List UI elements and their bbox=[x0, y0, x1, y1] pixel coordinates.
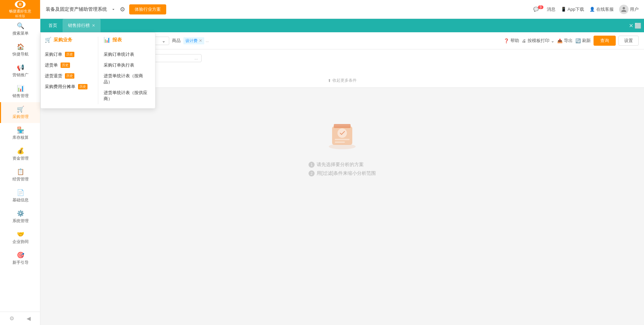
sidebar-item-nav[interactable]: 🏠 快捷导航 bbox=[0, 40, 40, 60]
service-icon: 👤 bbox=[589, 7, 595, 12]
purchase-order-exec-item[interactable]: 采购订单执行表 bbox=[104, 60, 151, 71]
operations-icon: 📋 bbox=[17, 168, 24, 175]
dropdown-divider bbox=[98, 37, 98, 104]
query-btn[interactable]: 查询 bbox=[594, 36, 616, 46]
finance-icon: 💰 bbox=[17, 147, 24, 155]
export-btn[interactable]: 📤 导出 bbox=[557, 36, 573, 46]
sidebar-item-collab[interactable]: 🤝 企业协同 bbox=[0, 227, 40, 248]
empty-tip: 1 请先选择要分析的方案 2 用[过滤]条件来缩小分析范围 bbox=[309, 162, 376, 176]
svg-rect-2 bbox=[334, 124, 351, 128]
topbar-right: 💬 9 消息 📱 App下载 👤 在线客服 用户 bbox=[533, 5, 639, 14]
goods-stats-by-supplier-item[interactable]: 进货单统计表（按供应商） bbox=[104, 87, 151, 104]
purchase-order-stats-item[interactable]: 采购订单统计表 bbox=[104, 49, 151, 60]
goods-tag-close[interactable]: ✕ bbox=[199, 38, 202, 43]
purchase-cost-item[interactable]: 采购费用分摊单 历史 bbox=[45, 81, 93, 92]
sidebar-item-operations[interactable]: 📋 经营管理 bbox=[0, 165, 40, 186]
sidebar-item-finance[interactable]: 💰 资金管理 bbox=[0, 144, 40, 165]
goods-return-item[interactable]: 进货退货 历史 bbox=[45, 71, 93, 81]
report-col-title: 📊 报表 bbox=[104, 37, 151, 45]
goods-more: ... bbox=[206, 38, 209, 43]
print-btn[interactable]: 🖨 按模板打印 ⌄ bbox=[522, 36, 554, 46]
sales-icon: 📊 bbox=[17, 85, 24, 92]
sidebar-item-sales[interactable]: 📊 销售管理 bbox=[0, 81, 40, 102]
close-window-btn[interactable]: ✕ bbox=[629, 23, 633, 29]
purchase-col: 🛒 采购业务 采购订单 历史 进货单 历史 进货退货 历史 采购费用分摊单 历史 bbox=[41, 37, 97, 104]
empty-icon bbox=[322, 115, 362, 155]
export-icon: 📤 bbox=[557, 38, 563, 43]
refresh-btn[interactable]: 🔄 刷新 bbox=[575, 36, 591, 46]
print-dropdown-icon: ⌄ bbox=[551, 38, 554, 43]
phone-icon: 📱 bbox=[561, 7, 566, 12]
industry-btn[interactable]: 体验行业方案 bbox=[129, 4, 166, 14]
report-col: 📊 报表 采购订单统计表 采购订单执行表 进货单统计表（按商品） 进货单统计表（… bbox=[100, 37, 155, 104]
topbar: 装备及固定资产辅助管理系统 ⚙ 体验行业方案 💬 9 消息 📱 App下载 👤 … bbox=[40, 0, 644, 19]
purchase-title-icon: 🛒 bbox=[45, 37, 51, 43]
history-badge-1: 历史 bbox=[65, 52, 74, 57]
sidebar-item-search[interactable]: 🔍 搜索菜单 bbox=[0, 19, 40, 40]
system-title: 装备及固定资产辅助管理系统 bbox=[46, 6, 107, 12]
goods-stats-by-goods-item[interactable]: 进货单统计表（按商品） bbox=[104, 71, 151, 87]
settings-footer-btn[interactable]: ⚙ bbox=[9, 315, 14, 322]
user-menu[interactable]: 用户 bbox=[619, 5, 639, 14]
help-btn[interactable]: ❓ 帮助 bbox=[504, 36, 519, 46]
guide-icon: 🎯 bbox=[17, 251, 24, 259]
collapse-btn[interactable]: ⬆ 收起更多条件 bbox=[328, 78, 357, 83]
svg-rect-4 bbox=[335, 139, 350, 140]
sidebar-item-marketing[interactable]: 📢 营销推广 bbox=[0, 60, 40, 81]
purchase-order-item[interactable]: 采购订单 历史 bbox=[45, 49, 93, 60]
logo-icon bbox=[15, 1, 26, 8]
goods-tag: 设计费 ✕ bbox=[183, 37, 204, 44]
avatar bbox=[619, 5, 629, 14]
sidebar: 畅捷通好生意 标准版 🔍 搜索菜单 🏠 快捷导航 📢 营销推广 📊 销售管理 🛒… bbox=[0, 0, 40, 325]
collapse-footer-btn[interactable]: ◀ bbox=[27, 315, 31, 322]
tab-sales-ranking[interactable]: 销售排行榜 ✕ bbox=[63, 19, 101, 32]
help-icon: ❓ bbox=[504, 38, 509, 43]
collapse-icon: ⬆ bbox=[328, 78, 331, 83]
app-download-btn[interactable]: 📱 App下载 bbox=[561, 6, 584, 12]
history-badge-2: 历史 bbox=[61, 63, 70, 68]
sidebar-item-system[interactable]: ⚙️ 系统管理 bbox=[0, 206, 40, 227]
search-icon: 🔍 bbox=[17, 22, 24, 30]
online-service-btn[interactable]: 👤 在线客服 bbox=[589, 6, 614, 12]
purchase-icon: 🛒 bbox=[17, 106, 24, 113]
history-badge-3: 历史 bbox=[65, 73, 74, 79]
settings-btn[interactable]: 设置 bbox=[618, 36, 639, 46]
marketing-icon: 📢 bbox=[17, 64, 24, 71]
goods-receipt-item[interactable]: 进货单 历史 bbox=[45, 60, 93, 71]
svg-rect-5 bbox=[335, 141, 345, 143]
empty-tip-1: 1 请先选择要分析的方案 bbox=[309, 162, 364, 168]
sidebar-item-purchase[interactable]: 🛒 采购管理 bbox=[0, 102, 40, 123]
collab-icon: 🤝 bbox=[17, 231, 24, 238]
purchase-col-title: 🛒 采购业务 bbox=[45, 37, 93, 45]
system-dropdown[interactable] bbox=[111, 7, 116, 12]
refresh-icon: 🔄 bbox=[575, 38, 581, 43]
inventory-icon: 🏪 bbox=[17, 126, 24, 134]
print-icon: 🖨 bbox=[522, 38, 526, 43]
goods-label: 商品 bbox=[172, 38, 181, 44]
tab-home[interactable]: 首页 bbox=[43, 19, 63, 32]
history-badge-4: 历史 bbox=[78, 84, 87, 89]
sidebar-footer: ⚙ ◀ bbox=[0, 312, 40, 325]
sidebar-item-guide[interactable]: 🎯 新手引导 bbox=[0, 248, 40, 269]
tab-close-icon[interactable]: ✕ bbox=[92, 23, 95, 28]
purchase-dropdown-menu: 🛒 采购业务 采购订单 历史 进货单 历史 进货退货 历史 采购费用分摊单 历史… bbox=[40, 32, 155, 109]
empty-tip-2: 2 用[过滤]条件来缩小分析范围 bbox=[309, 170, 376, 176]
tabbar-actions: ✕ ⬜ bbox=[629, 23, 641, 29]
goods-filter: 商品 设计费 ✕ ... bbox=[172, 37, 209, 44]
svg-point-3 bbox=[337, 128, 347, 138]
sidebar-nav: 🔍 搜索菜单 🏠 快捷导航 📢 营销推广 📊 销售管理 🛒 采购管理 🏪 库存核… bbox=[0, 19, 40, 312]
basic-info-icon: 📄 bbox=[17, 189, 24, 196]
sidebar-item-inventory[interactable]: 🏪 库存核算 bbox=[0, 123, 40, 144]
settings-icon[interactable]: ⚙ bbox=[120, 6, 125, 13]
tabbar: 首页 销售排行榜 ✕ ✕ ⬜ bbox=[40, 19, 644, 32]
maximize-btn[interactable]: ⬜ bbox=[635, 23, 641, 29]
logo-text: 畅捷通好生意 标准版 bbox=[9, 9, 31, 18]
system-icon: ⚙️ bbox=[17, 210, 24, 217]
home-icon: 🏠 bbox=[17, 43, 24, 50]
logo: 畅捷通好生意 标准版 bbox=[0, 0, 40, 19]
message-btn[interactable]: 💬 9 消息 bbox=[533, 6, 556, 12]
report-title-icon: 📊 bbox=[104, 37, 110, 43]
sidebar-item-basic-info[interactable]: 📄 基础信息 bbox=[0, 186, 40, 206]
